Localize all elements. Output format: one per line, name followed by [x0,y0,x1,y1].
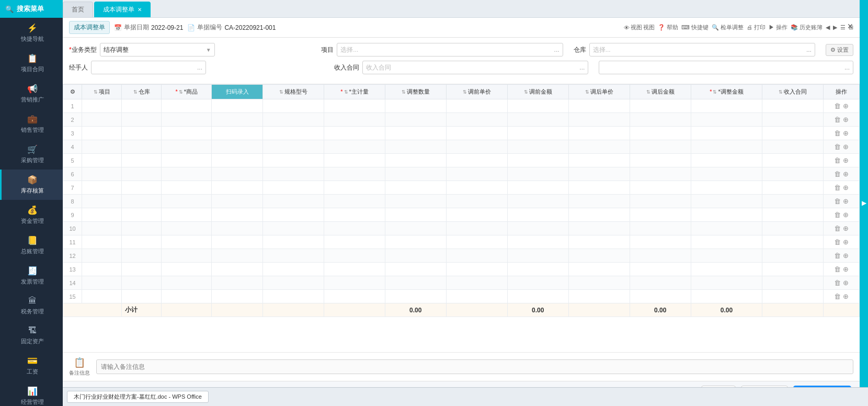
data-cell[interactable] [263,222,324,235]
data-cell[interactable] [212,249,263,263]
data-cell[interactable] [324,154,385,167]
copy-btn[interactable]: ⊕ [843,156,849,164]
data-cell[interactable] [630,195,691,208]
data-cell[interactable] [446,235,507,249]
data-cell[interactable] [762,113,824,127]
delete-btn[interactable]: 🗑 [834,116,841,123]
data-cell[interactable] [762,99,824,113]
data-cell[interactable] [385,113,446,127]
data-cell[interactable] [263,290,324,303]
data-cell[interactable] [568,249,630,263]
data-cell[interactable] [263,249,324,263]
data-cell[interactable] [385,276,446,290]
copy-btn[interactable]: ⊕ [843,116,849,123]
data-cell[interactable] [324,99,385,113]
data-cell[interactable] [263,113,324,127]
data-cell[interactable] [568,181,630,195]
data-cell[interactable] [162,208,212,222]
data-cell[interactable] [507,127,568,140]
sidebar-item-ops-mgmt[interactable]: 📊经营管理 [0,381,63,406]
data-cell[interactable] [630,167,691,181]
data-cell[interactable] [263,195,324,208]
data-cell[interactable] [630,208,691,222]
data-cell[interactable] [324,290,385,303]
data-cell[interactable] [162,222,212,235]
delete-btn[interactable]: 🗑 [834,184,841,191]
right-collapse-tab[interactable]: ▶ [860,0,868,406]
sidebar-item-quick-nav[interactable]: ⚡快捷导航 [0,18,63,48]
next-btn[interactable]: ▶ [833,24,837,31]
data-cell[interactable] [691,276,762,290]
data-cell[interactable] [122,113,162,127]
data-cell[interactable] [568,140,630,154]
data-cell[interactable] [385,154,446,167]
data-cell[interactable] [762,181,824,195]
data-cell[interactable] [385,263,446,276]
data-cell[interactable] [630,181,691,195]
income-contract-extra-input[interactable]: ... [599,61,853,74]
data-cell[interactable] [568,290,630,303]
data-cell[interactable] [446,195,507,208]
copy-btn[interactable]: ⊕ [843,184,849,191]
data-cell[interactable] [568,167,630,181]
data-cell[interactable] [507,249,568,263]
sidebar-search[interactable]: 🔍 搜索菜单 [0,0,63,18]
data-cell[interactable] [568,235,630,249]
data-cell[interactable] [162,167,212,181]
data-cell[interactable] [762,167,824,181]
col-scan[interactable]: 扫码录入 [212,85,263,99]
copy-btn[interactable]: ⊕ [843,279,849,287]
check-adjust-action[interactable]: 🔍 检单调整 [712,24,744,31]
copy-btn[interactable]: ⊕ [843,252,849,260]
data-cell[interactable] [324,167,385,181]
data-cell[interactable] [691,263,762,276]
delete-btn[interactable]: 🗑 [834,252,841,260]
sidebar-item-invoice-mgmt[interactable]: 🧾发票管理 [0,261,63,291]
sidebar-item-purchase-mgmt[interactable]: 🛒采购管理 [0,139,63,170]
data-cell[interactable] [446,154,507,167]
data-cell[interactable] [212,222,263,235]
data-cell[interactable] [324,222,385,235]
delete-btn[interactable]: 🗑 [834,170,841,178]
sidebar-item-inventory[interactable]: 📦库存核算 [0,170,63,200]
data-cell[interactable] [691,181,762,195]
data-cell[interactable] [446,290,507,303]
data-cell[interactable] [568,127,630,140]
sidebar-item-project-contract[interactable]: 📋项目合同 [0,48,63,78]
data-cell[interactable] [122,222,162,235]
delete-btn[interactable]: 🗑 [834,143,841,151]
data-cell[interactable] [385,249,446,263]
data-cell[interactable] [568,276,630,290]
data-cell[interactable] [762,195,824,208]
data-cell[interactable] [507,154,568,167]
data-cell[interactable] [122,140,162,154]
close-icon[interactable]: ✕ [847,22,853,30]
data-cell[interactable] [507,113,568,127]
data-cell[interactable] [507,263,568,276]
data-cell[interactable] [630,276,691,290]
data-cell[interactable] [162,235,212,249]
data-cell[interactable] [122,167,162,181]
data-cell[interactable] [122,235,162,249]
data-cell[interactable] [568,195,630,208]
list-view-btn[interactable]: ☰ [840,24,846,31]
data-cell[interactable] [507,181,568,195]
handler-input[interactable]: ... [91,61,206,74]
data-cell[interactable] [691,249,762,263]
data-cell[interactable] [162,276,212,290]
data-cell[interactable] [162,99,212,113]
data-cell[interactable] [385,140,446,154]
data-cell[interactable] [324,195,385,208]
data-cell[interactable] [568,263,630,276]
data-cell[interactable] [507,290,568,303]
data-cell[interactable] [263,276,324,290]
data-cell[interactable] [507,208,568,222]
copy-btn[interactable]: ⊕ [843,238,849,246]
data-cell[interactable] [762,263,824,276]
tab-home[interactable]: 首页 [63,2,93,17]
data-cell[interactable] [762,276,824,290]
data-cell[interactable] [691,113,762,127]
data-cell[interactable] [630,249,691,263]
data-cell[interactable] [82,263,122,276]
copy-btn[interactable]: ⊕ [843,197,849,205]
